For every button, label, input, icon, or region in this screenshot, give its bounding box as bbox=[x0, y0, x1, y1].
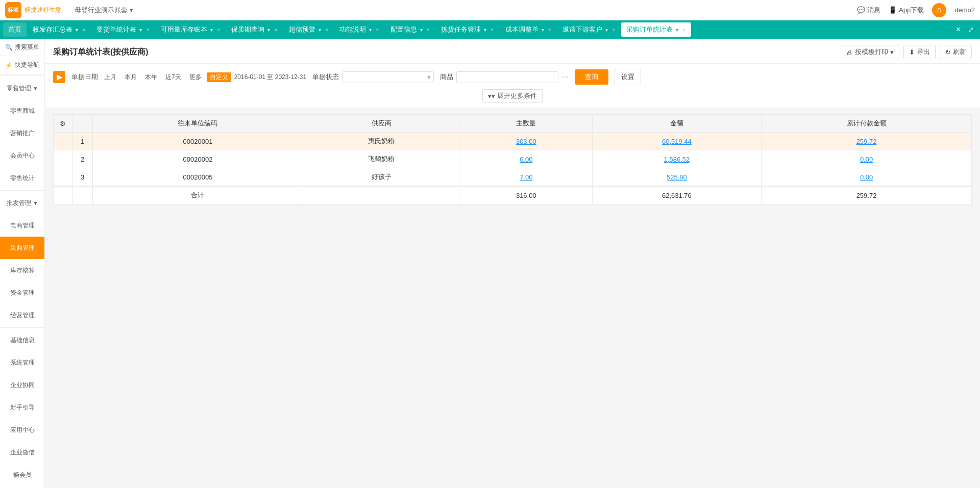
tab-收发存汇总表[interactable]: 收发存汇总表 ▾ × bbox=[28, 22, 90, 37]
cell-supplier-name: 好孩子 bbox=[303, 168, 460, 187]
app-download-btn[interactable]: 📱 App下载 bbox=[889, 6, 924, 15]
chevron-down-icon: ▾ bbox=[369, 27, 372, 33]
close-icon[interactable]: × bbox=[217, 27, 220, 33]
sidebar-item-basic-info[interactable]: 基础信息 bbox=[0, 329, 44, 351]
nav-close-button[interactable]: × bbox=[953, 24, 964, 35]
close-icon[interactable]: × bbox=[376, 27, 379, 33]
sidebar-item-capital[interactable]: 资金管理 bbox=[0, 281, 44, 304]
goods-input[interactable] bbox=[456, 71, 558, 83]
col-settings[interactable]: ⚙ bbox=[54, 115, 72, 133]
sidebar-item-label: 零售统计 bbox=[10, 174, 35, 183]
cell-paid-amount[interactable]: 259.72 bbox=[762, 133, 972, 150]
account-selector[interactable]: 母婴行业演示账套 ▾ bbox=[75, 6, 133, 15]
tab-label: 收发存汇总表 bbox=[33, 25, 72, 34]
sidebar-item-member[interactable]: 会员中心 bbox=[0, 144, 44, 167]
sidebar-item-label: 系统管理 bbox=[10, 358, 35, 367]
date-this-year[interactable]: 本年 bbox=[142, 72, 160, 83]
close-icon[interactable]: × bbox=[427, 27, 430, 33]
status-filter-item: 单据状态 bbox=[312, 71, 434, 83]
refresh-button[interactable]: ↻ 刷新 bbox=[940, 45, 972, 59]
nav-maximize-button[interactable]: ⤢ bbox=[965, 24, 977, 35]
sidebar-item-vip[interactable]: 畅会员 bbox=[0, 464, 44, 486]
sidebar-item-new-guide[interactable]: 新手引导 bbox=[0, 396, 44, 419]
cell-amount[interactable]: 60,519.44 bbox=[592, 133, 761, 150]
close-icon[interactable]: × bbox=[274, 27, 277, 33]
more-options-icon[interactable]: ··· bbox=[561, 72, 568, 82]
refresh-icon: ↻ bbox=[945, 48, 951, 56]
sidebar-item-marketing[interactable]: 营销推广 bbox=[0, 122, 44, 144]
sidebar-item-system[interactable]: 系统管理 bbox=[0, 351, 44, 374]
settings-button[interactable]: 设置 bbox=[615, 69, 641, 85]
tab-超储预警[interactable]: 超储预警 ▾ × bbox=[284, 22, 333, 37]
sidebar-item-zero-shop[interactable]: 零售商城 bbox=[0, 99, 44, 122]
filter-toggle-btn[interactable]: ▶ bbox=[53, 71, 65, 83]
date-this-month[interactable]: 本月 bbox=[121, 72, 140, 83]
chevron-down-icon: ▾ bbox=[76, 27, 78, 33]
tab-label: 拣货任务管理 bbox=[441, 25, 481, 34]
tab-保质期查询[interactable]: 保质期查询 ▾ × bbox=[226, 22, 282, 37]
cell-quantity[interactable]: 7.00 bbox=[460, 168, 592, 187]
sidebar-item-zero-stat[interactable]: 零售统计 bbox=[0, 167, 44, 189]
footer-paid: 259.72 bbox=[762, 186, 972, 204]
date-7-days[interactable]: 近7天 bbox=[162, 72, 184, 83]
sidebar-quick-nav[interactable]: ⚡ 快捷导航 bbox=[0, 56, 44, 74]
close-icon[interactable]: × bbox=[612, 27, 615, 33]
tab-可用量库存账本[interactable]: 可用量库存账本 ▾ × bbox=[156, 22, 225, 37]
tab-配置信息[interactable]: 配置信息 ▾ × bbox=[385, 22, 435, 37]
sidebar-item-label: 库存核算 bbox=[10, 266, 35, 275]
sidebar-search[interactable]: 🔍 搜索菜单 bbox=[0, 39, 44, 56]
close-icon[interactable]: × bbox=[146, 27, 149, 33]
cell-paid-amount[interactable]: 0.00 bbox=[762, 168, 972, 187]
close-icon[interactable]: × bbox=[82, 27, 85, 33]
close-icon[interactable]: × bbox=[682, 27, 685, 33]
date-shortcuts: 上月 本月 本年 近7天 更多 自定义 bbox=[101, 72, 231, 83]
expand-more-button[interactable]: ▾▾ 展开更多条件 bbox=[482, 89, 543, 102]
sidebar-item-label: 会员中心 bbox=[10, 151, 35, 160]
print-button[interactable]: 🖨 按模板打印 ▾ bbox=[841, 45, 899, 59]
sidebar-item-wholesale[interactable]: 批发管理 ▼ bbox=[0, 192, 44, 214]
sidebar-item-operations[interactable]: 经营管理 bbox=[0, 304, 44, 326]
tab-home[interactable]: 首页 bbox=[3, 22, 27, 37]
message-btn[interactable]: 💬 消息 bbox=[857, 6, 880, 15]
tab-要货单统计表[interactable]: 要货单统计表 ▾ × bbox=[91, 22, 154, 37]
cell-amount[interactable]: 525.80 bbox=[592, 168, 761, 187]
tab-拣货任务管理[interactable]: 拣货任务管理 ▾ × bbox=[436, 22, 499, 37]
export-button[interactable]: ⬇ 导出 bbox=[903, 45, 936, 59]
export-icon: ⬇ bbox=[909, 48, 915, 56]
logo-area: 标签 畅捷通好生意 母婴行业演示账套 ▾ bbox=[5, 2, 133, 18]
chevron-down-icon: ▾ bbox=[210, 27, 213, 33]
table-row[interactable]: 3 00020005 好孩子 7.00 525.80 0.00 bbox=[54, 168, 972, 187]
close-icon[interactable]: × bbox=[491, 27, 494, 33]
query-button[interactable]: 查询 bbox=[575, 69, 608, 85]
cell-quantity[interactable]: 303.00 bbox=[460, 133, 592, 150]
sidebar-divider2 bbox=[0, 190, 44, 191]
date-custom-tag[interactable]: 自定义 bbox=[207, 72, 231, 82]
cell-amount[interactable]: 1,586.52 bbox=[592, 150, 761, 168]
cell-row-num: 3 bbox=[72, 168, 93, 187]
sidebar-item-zero-retail[interactable]: 零售管理 ▼ bbox=[0, 77, 44, 99]
sidebar-item-wechat[interactable]: 企业微信 bbox=[0, 441, 44, 464]
close-icon[interactable]: × bbox=[325, 27, 328, 33]
expand-label: 展开更多条件 bbox=[497, 91, 537, 100]
printer-icon: 🖨 bbox=[846, 48, 853, 56]
cell-paid-amount[interactable]: 0.00 bbox=[762, 150, 972, 168]
sidebar-item-purchase[interactable]: 采购管理 bbox=[0, 237, 44, 259]
close-icon[interactable]: × bbox=[548, 27, 551, 33]
table-row[interactable]: 1 00020001 惠氏奶粉 303.00 60,519.44 259.72 bbox=[54, 133, 972, 150]
tab-成本调整单[interactable]: 成本调整单 ▾ × bbox=[500, 22, 556, 37]
user-avatar[interactable]: D bbox=[932, 3, 946, 17]
expand-row: ▾▾ 展开更多条件 bbox=[53, 89, 972, 102]
status-select[interactable] bbox=[342, 71, 434, 83]
date-last-month[interactable]: 上月 bbox=[101, 72, 119, 83]
table-row[interactable]: 2 00020002 飞鹤奶粉 6.00 1,586.52 0.00 bbox=[54, 150, 972, 168]
sidebar-item-ecommerce[interactable]: 电商管理 bbox=[0, 214, 44, 237]
sidebar-item-enterprise-co[interactable]: 企业协同 bbox=[0, 374, 44, 396]
tab-采购订单统计表[interactable]: 采购订单统计表 ▾ × bbox=[621, 22, 691, 37]
tab-功能说明[interactable]: 功能说明 ▾ × bbox=[334, 22, 384, 37]
cell-quantity[interactable]: 6.00 bbox=[460, 150, 592, 168]
chevron-down-icon: ▾ bbox=[484, 27, 486, 33]
sidebar-item-inventory[interactable]: 库存核算 bbox=[0, 259, 44, 281]
sidebar-item-app-center[interactable]: 应用中心 bbox=[0, 419, 44, 441]
date-more[interactable]: 更多 bbox=[186, 72, 205, 83]
tab-邀请下游客户[interactable]: 邀请下游客户 ▾ × bbox=[557, 22, 620, 37]
